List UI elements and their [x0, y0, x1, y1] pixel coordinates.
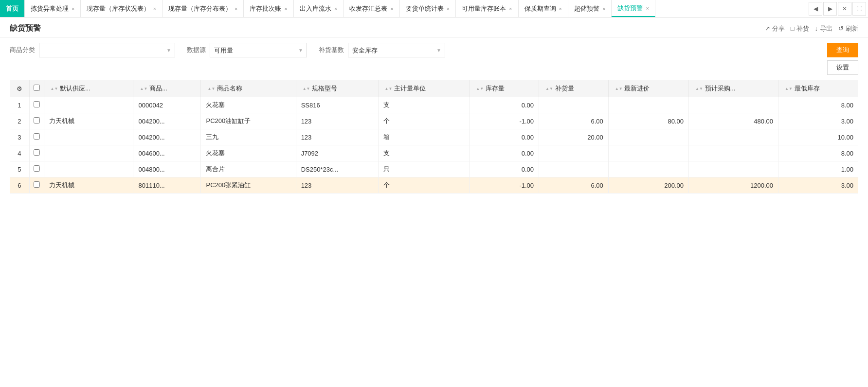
td-item-name: 火花塞 — [201, 97, 296, 113]
th-item-name[interactable]: ▲▼ 商品名称 — [201, 80, 296, 97]
td-spec: DS250*23c... — [296, 161, 378, 177]
filter-data-source: 数据源 可用量 ▼ — [187, 43, 307, 57]
row-checkbox-2[interactable] — [34, 133, 40, 140]
td-item-name: 离合片 — [201, 161, 296, 177]
share-btn[interactable]: ↗ 分享 — [765, 24, 785, 33]
td-unit: 支 — [378, 97, 470, 113]
th-min-stock[interactable]: ▲▼ 最低库存 — [778, 80, 858, 97]
row-checkbox-1[interactable] — [34, 117, 40, 123]
nav-tab-1[interactable]: 现存量（库存状况表）× — [81, 0, 162, 17]
nav-tab-5[interactable]: 收发存汇总表× — [344, 0, 399, 17]
th-stock[interactable]: ▲▼ 库存量 — [470, 80, 539, 97]
page-title: 缺货预警 — [10, 23, 41, 34]
settings-button[interactable]: 设置 — [827, 60, 858, 75]
replenish-base-select[interactable]: 安全库存 — [348, 43, 445, 57]
td-supplier — [44, 129, 133, 145]
close-icon-6[interactable]: × — [447, 6, 450, 12]
page-content: 缺货预警 ↗ 分享 □ 补货 ↓ 导出 ↺ 刷新 商品分类 — [0, 18, 868, 387]
sort-icon-stock: ▲▼ — [476, 88, 484, 90]
close-icon-4[interactable]: × — [334, 6, 337, 12]
row-checkbox-3[interactable] — [34, 149, 40, 156]
td-unit: 个 — [378, 113, 470, 129]
close-icon-1[interactable]: × — [153, 6, 156, 12]
td-item-code: 004200... — [133, 129, 201, 145]
td-spec: 123 — [296, 129, 378, 145]
data-source-select[interactable]: 可用量 — [210, 43, 307, 57]
nav-tab-9[interactable]: 超储预警× — [568, 0, 612, 17]
table-row: 4004600...火花塞J7092支0.008.00 — [10, 145, 858, 161]
export-btn[interactable]: ↓ 导出 — [815, 24, 833, 33]
td-stock: 0.00 — [470, 97, 539, 113]
td-item-name: 火花塞 — [201, 145, 296, 161]
nav-tab-3[interactable]: 库存批次账× — [244, 0, 293, 17]
nav-close-btn[interactable]: ✕ — [838, 2, 851, 16]
th-spec[interactable]: ▲▼ 规格型号 — [296, 80, 378, 97]
td-checkbox — [29, 161, 44, 177]
td-min-stock: 1.00 — [778, 161, 858, 177]
row-checkbox-0[interactable] — [34, 101, 40, 107]
th-item-code[interactable]: ▲▼ 商品... — [133, 80, 201, 97]
td-item-name: PC200张紧油缸 — [201, 177, 296, 194]
nav-fullscreen-btn[interactable]: ⛶ — [852, 2, 866, 16]
td-est-purchase — [689, 161, 778, 177]
th-est-purchase[interactable]: ▲▼ 预计采购... — [689, 80, 778, 97]
td-unit: 只 — [378, 161, 470, 177]
filter-right-btns: 查询 设置 — [827, 43, 858, 75]
td-item-name: PC200油缸缸子 — [201, 113, 296, 129]
nav-tab-7[interactable]: 可用量库存账本× — [456, 0, 518, 17]
page-header: 缺货预警 ↗ 分享 □ 补货 ↓ 导出 ↺ 刷新 — [0, 18, 868, 38]
th-unit[interactable]: ▲▼ 主计量单位 — [378, 80, 470, 97]
nav-controls: ◀ ▶ ✕ ⛶ — [809, 2, 868, 16]
sort-icon-replenish: ▲▼ — [545, 88, 553, 90]
replenish-btn[interactable]: □ 补货 — [791, 24, 809, 33]
th-replenish-qty[interactable]: ▲▼ 补货量 — [539, 80, 609, 97]
td-stock: -1.00 — [470, 113, 539, 129]
row-checkbox-5[interactable] — [34, 181, 40, 188]
td-latest-price: 80.00 — [608, 113, 688, 129]
close-icon-2[interactable]: × — [235, 6, 237, 12]
commodity-class-label: 商品分类 — [10, 46, 35, 54]
close-icon-3[interactable]: × — [284, 6, 287, 12]
nav-tab-10[interactable]: 缺货预警× — [612, 0, 655, 17]
td-checkbox — [29, 129, 44, 145]
nav-tab-home[interactable]: 首页 — [0, 0, 25, 17]
gear-icon-th[interactable]: ⚙ — [17, 85, 22, 92]
close-icon-0[interactable]: × — [72, 6, 74, 12]
close-icon-10[interactable]: × — [646, 5, 649, 11]
td-row-no: 3 — [10, 129, 29, 145]
td-unit: 个 — [378, 177, 470, 194]
close-icon-7[interactable]: × — [509, 6, 512, 12]
nav-tab-6[interactable]: 要货单统计表× — [400, 0, 456, 17]
sort-icon-price: ▲▼ — [615, 88, 623, 90]
sort-icon-min: ▲▼ — [785, 88, 793, 90]
th-default-supplier[interactable]: ▲▼ 默认供应... — [44, 80, 133, 97]
close-icon-8[interactable]: × — [559, 6, 562, 12]
td-latest-price — [608, 161, 688, 177]
nav-tab-4[interactable]: 出入库流水× — [294, 0, 344, 17]
query-button[interactable]: 查询 — [827, 43, 858, 57]
replenish-base-select-wrap: 安全库存 ▼ — [348, 43, 445, 57]
row-checkbox-4[interactable] — [34, 165, 40, 172]
nav-next-btn[interactable]: ▶ — [823, 2, 837, 16]
nav-prev-btn[interactable]: ◀ — [809, 2, 822, 16]
td-latest-price — [608, 97, 688, 113]
td-supplier: 力天机械 — [44, 113, 133, 129]
th-latest-price[interactable]: ▲▼ 最新进价 — [608, 80, 688, 97]
td-unit: 箱 — [378, 129, 470, 145]
refresh-btn[interactable]: ↺ 刷新 — [838, 24, 858, 33]
filter-commodity-class: 商品分类 ▼ — [10, 43, 175, 57]
select-all-checkbox[interactable] — [34, 85, 40, 91]
commodity-class-select[interactable] — [39, 43, 175, 57]
nav-tab-2[interactable]: 现存量（库存分布表）× — [163, 0, 244, 17]
td-latest-price: 200.00 — [608, 177, 688, 194]
td-latest-price — [608, 129, 688, 145]
close-icon-9[interactable]: × — [602, 6, 605, 12]
td-est-purchase — [689, 97, 778, 113]
close-icon-5[interactable]: × — [390, 6, 393, 12]
th-gear[interactable]: ⚙ — [10, 80, 29, 97]
nav-tab-0[interactable]: 拣货异常处理× — [25, 0, 81, 17]
table-row: 10000042火花塞SS816支0.008.00 — [10, 97, 858, 113]
nav-tab-8[interactable]: 保质期查询× — [519, 0, 568, 17]
td-item-code: 004200... — [133, 113, 201, 129]
td-unit: 支 — [378, 145, 470, 161]
